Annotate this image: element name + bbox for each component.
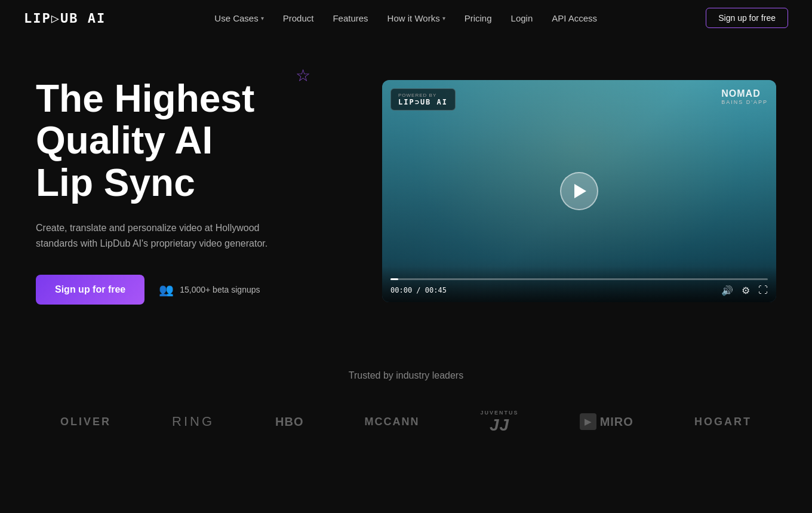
trusted-title: Trusted by industry leaders — [36, 370, 776, 381]
logo-miro: ▶ miro — [580, 413, 633, 430]
logo[interactable]: LIP▷UB AI — [24, 11, 106, 26]
nav-link-api[interactable]: API Access — [552, 13, 597, 23]
miro-icon: ▶ — [580, 413, 596, 430]
nav-item-use-cases[interactable]: Use Cases ▾ — [214, 13, 263, 23]
badge-logo-text: LIP⊃UB AI — [398, 98, 448, 106]
logos-row: OLIVER ring HBO McCANN JUVENTUS JJ ▶ mir… — [36, 410, 776, 434]
nav-link-product[interactable]: Product — [283, 13, 314, 23]
navbar: LIP▷UB AI Use Cases ▾ Product Features H… — [0, 0, 812, 36]
nav-item-product[interactable]: Product — [283, 13, 314, 23]
volume-icon[interactable]: 🔊 — [721, 285, 733, 296]
fullscreen-icon[interactable]: ⛶ — [758, 285, 768, 296]
progress-fill — [390, 278, 398, 280]
trusted-section: Trusted by industry leaders OLIVER ring … — [0, 334, 812, 457]
hero-title: The Highest Quality AI Lip Sync — [36, 78, 346, 204]
hero-cta: Sign up for free 👥 15,000+ beta signups — [36, 275, 346, 305]
control-icons: 🔊 ⚙ ⛶ — [721, 285, 768, 296]
logo-hogart: HOGART — [694, 416, 752, 428]
nav-link-features[interactable]: Features — [333, 13, 368, 23]
chevron-down-icon: ▾ — [442, 15, 445, 21]
hero-video: POWERED BY LIP⊃UB AI NOMAD BAINS D'APP — [382, 80, 776, 302]
people-icon: 👥 — [159, 282, 174, 297]
nav-links: Use Cases ▾ Product Features How it Work… — [214, 13, 597, 23]
controls-row: 00:00 / 00:45 🔊 ⚙ ⛶ — [390, 285, 768, 296]
nav-item-login[interactable]: Login — [511, 13, 533, 23]
video-overlay-top: POWERED BY LIP⊃UB AI NOMAD BAINS D'APP — [390, 88, 768, 110]
hero-content: ☆ The Highest Quality AI Lip Sync Create… — [36, 78, 346, 305]
nav-signup-button[interactable]: Sign up for free — [706, 8, 788, 28]
beta-signups: 👥 15,000+ beta signups — [159, 282, 260, 297]
hero-section: ☆ The Highest Quality AI Lip Sync Create… — [0, 36, 812, 334]
video-player[interactable]: POWERED BY LIP⊃UB AI NOMAD BAINS D'APP — [382, 80, 776, 302]
logo-mccann: McCANN — [365, 416, 420, 428]
logo-hbo: HBO — [275, 415, 303, 429]
logo-text: LIP▷UB AI — [24, 11, 106, 26]
time-display: 00:00 / 00:45 — [390, 286, 447, 294]
nav-item-pricing[interactable]: Pricing — [465, 13, 492, 23]
nav-link-login[interactable]: Login — [511, 13, 533, 23]
nav-item-features[interactable]: Features — [333, 13, 368, 23]
star-icon: ☆ — [296, 66, 310, 85]
powered-by-text: POWERED BY — [398, 93, 448, 98]
progress-bar[interactable] — [390, 278, 768, 280]
nav-link-pricing[interactable]: Pricing — [465, 13, 492, 23]
logo-oliver: OLIVER — [60, 416, 111, 428]
video-controls: 00:00 / 00:45 🔊 ⚙ ⛶ — [382, 266, 776, 302]
nav-item-api[interactable]: API Access — [552, 13, 597, 23]
nav-link-how-it-works[interactable]: How it Works ▾ — [387, 13, 445, 23]
settings-icon[interactable]: ⚙ — [742, 285, 750, 296]
logo-juventus: JUVENTUS JJ — [481, 410, 519, 434]
play-button[interactable] — [560, 172, 598, 210]
play-icon — [574, 184, 586, 198]
hero-description: Create, translate and personalize video … — [36, 220, 299, 251]
nav-link-use-cases[interactable]: Use Cases ▾ — [214, 13, 263, 23]
hero-signup-button[interactable]: Sign up for free — [36, 275, 144, 305]
lipdub-watermark: POWERED BY LIP⊃UB AI — [390, 88, 456, 110]
nav-item-how-it-works[interactable]: How it Works ▾ — [387, 13, 445, 23]
logo-ring: ring — [172, 414, 214, 429]
chevron-down-icon: ▾ — [261, 15, 264, 21]
nomad-watermark: NOMAD BAINS D'APP — [721, 88, 768, 105]
